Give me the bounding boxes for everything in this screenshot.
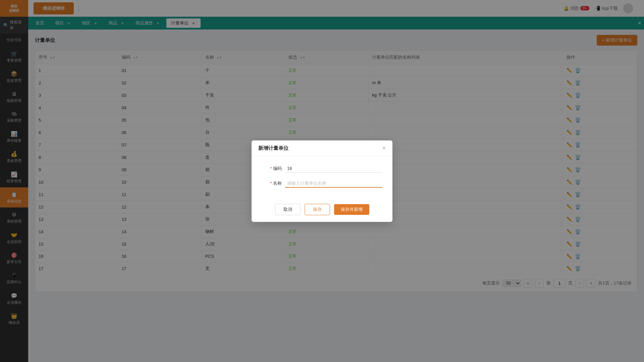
modal-footer: 取消 保存 保存并新增 [252, 200, 392, 222]
save-new-label: 保存并新增 [341, 207, 363, 212]
form-item-name: 名称 [262, 179, 382, 188]
modal-body: 编码 名称 [252, 157, 392, 200]
form-item-code: 编码 [262, 165, 382, 173]
save-button[interactable]: 保存 [305, 204, 330, 215]
save-label: 保存 [313, 207, 322, 212]
cancel-button[interactable]: 取消 [275, 204, 301, 215]
add-uom-modal: 新增计量单位 × 编码 名称 取消 保存 保存并新增 [252, 140, 392, 222]
modal-header: 新增计量单位 × [252, 140, 392, 157]
code-input[interactable] [285, 165, 382, 173]
cancel-label: 取消 [283, 207, 292, 212]
form-code-label: 编码 [262, 166, 282, 172]
modal-close-button[interactable]: × [382, 145, 386, 151]
name-input[interactable] [285, 179, 382, 188]
modal-title: 新增计量单位 [258, 145, 288, 152]
save-new-button[interactable]: 保存并新增 [334, 204, 369, 215]
form-name-label: 名称 [262, 180, 282, 186]
modal-overlay: 新增计量单位 × 编码 名称 取消 保存 保存并新增 [0, 0, 644, 362]
